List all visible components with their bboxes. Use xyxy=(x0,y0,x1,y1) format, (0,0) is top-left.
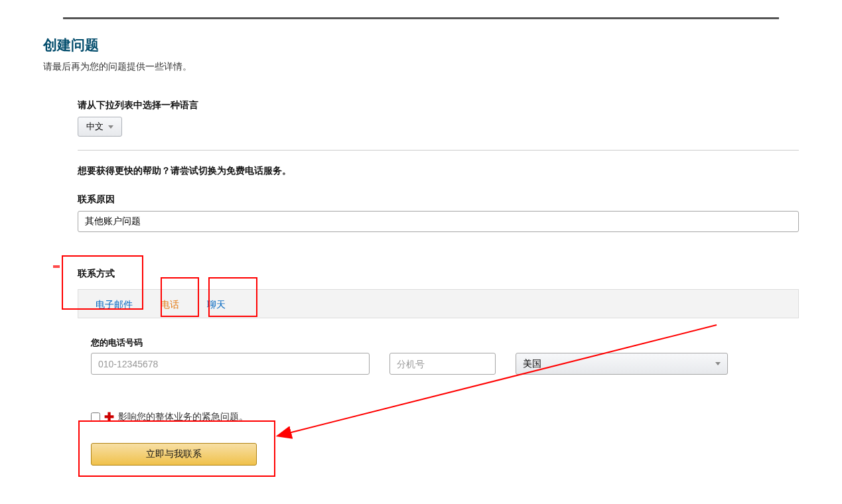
language-select[interactable]: 中文 xyxy=(78,117,122,137)
page-title: 创建问题 xyxy=(43,36,799,54)
chevron-down-icon xyxy=(108,125,113,129)
urgent-checkbox[interactable] xyxy=(91,412,100,422)
language-label: 请从下拉列表中选择一种语言 xyxy=(78,99,799,111)
country-select[interactable]: 美国 xyxy=(516,353,728,375)
reason-input[interactable] xyxy=(78,211,799,232)
contact-tab-bar: 电子邮件 电话 聊天 xyxy=(78,289,799,318)
section-divider xyxy=(78,150,799,151)
phone-label: 您的电话号码 xyxy=(91,337,786,349)
urgent-label: 影响您的整体业务的紧急问题。 xyxy=(118,411,248,423)
plus-icon: ✚ xyxy=(104,411,114,423)
language-selected-value: 中文 xyxy=(86,121,104,133)
contact-me-button-label: 立即与我联系 xyxy=(146,448,202,460)
tab-email[interactable]: 电子邮件 xyxy=(92,292,137,318)
country-selected-value: 美国 xyxy=(523,358,541,370)
contact-me-button[interactable]: 立即与我联系 xyxy=(91,443,257,466)
reason-label: 联系原因 xyxy=(78,194,799,206)
tab-chat[interactable]: 聊天 xyxy=(203,292,230,318)
top-divider xyxy=(63,17,779,19)
extension-input[interactable] xyxy=(389,353,496,375)
contact-method-label: 联系方式 xyxy=(78,268,799,280)
phone-input[interactable] xyxy=(91,353,370,375)
help-text: 想要获得更快的帮助？请尝试切换为免费电话服务。 xyxy=(78,165,799,177)
tab-phone[interactable]: 电话 xyxy=(157,292,183,318)
page-subtitle: 请最后再为您的问题提供一些详情。 xyxy=(43,61,799,73)
chevron-down-icon xyxy=(715,362,721,365)
contact-body: 您的电话号码 美国 xyxy=(78,318,799,484)
